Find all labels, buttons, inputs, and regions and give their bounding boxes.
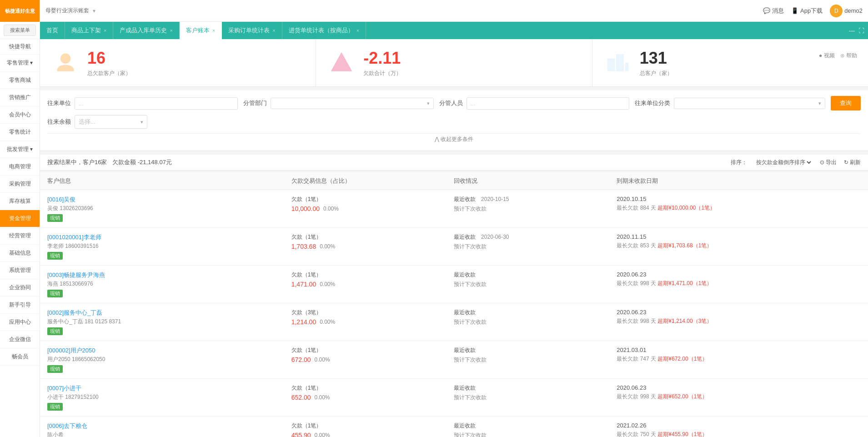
debt-amount[interactable]: 652.00 [291,394,311,401]
total-customers-label: 总客户（家） [640,70,812,77]
customer-info-cell: [0001020001]李老师 李老师 18600391516 现销 [47,233,291,260]
sidebar-item-ecommerce[interactable]: 电商管理 [0,158,40,176]
table-row: [0016]吴俊 吴俊 13026203696 现销 欠款（1笔） 10,000… [40,190,868,228]
tab-minimize-icon[interactable]: — [849,27,855,34]
customer-tag: 现销 [47,403,63,411]
tab-home[interactable]: 首页 [40,22,65,39]
next-payment: 预计下次收款 [454,205,617,213]
overdue-link[interactable]: 超期¥1,471.00（1笔） [657,280,712,286]
sidebar-item-enterprise[interactable]: 企业协同 [0,279,40,296]
sidebar-item-warehouse[interactable]: 库存核算 [0,193,40,210]
results-text: 搜索结果中，客户16家 欠款金额 -21,148.07元 [47,158,172,166]
customer-name[interactable]: [0002]服务中心_丁磊 [47,309,291,317]
sidebar-item-wechat[interactable]: 企业微信 [0,331,40,348]
overdue-link[interactable]: 超期¥652.00（1笔） [657,393,707,400]
overdue-link[interactable]: 超期¥1,214.00（3笔） [657,318,712,324]
overdue-link[interactable]: 超期¥1,703.68（1笔） [657,242,712,249]
quick-nav-button[interactable]: 快捷导航 [0,39,40,55]
payment-status-cell: 最近收款 预计下次收款 [454,422,617,437]
store-dropdown-icon[interactable]: ▾ [93,8,95,14]
sidebar-item-retail-store[interactable]: 零售商城 [0,72,40,89]
overdue-link[interactable]: 超期¥10,000.00（1笔） [657,205,715,211]
sidebar-item-purchase-mgmt[interactable]: 采购管理 [0,176,40,193]
debt-amount[interactable]: 1,471.00 [291,281,316,288]
sidebar-item-basic-info[interactable]: 基础信息 [0,245,40,262]
sidebar-item-finance[interactable]: 资金管理 [0,210,40,227]
table-row: [0001020001]李老师 李老师 18600391516 现销 欠款（1笔… [40,228,868,266]
customer-name[interactable]: [0003]畅捷服务尹海燕 [47,271,291,279]
sidebar-item-retail-mgmt[interactable]: 零售管理 ▾ [0,55,40,72]
tab-expand-icon[interactable]: ⛶ [858,27,864,34]
sidebar-item-member[interactable]: 会员中心 [0,106,40,124]
svg-rect-2 [616,54,624,71]
customer-name[interactable]: [0001020001]李老师 [47,233,291,241]
customer-tag: 现销 [47,327,63,335]
overdue-link[interactable]: 超期¥672.00（1笔） [657,356,707,362]
tab-label-purchase-order: 采购订单统计表 [228,26,270,35]
debt-amount[interactable]: 672.00 [291,356,311,363]
dept-select[interactable]: ▾ [271,98,434,109]
person-label: 分管人员 [439,99,463,107]
due-date: 2020.06.23 [617,271,861,278]
sidebar-item-guide[interactable]: 新手引导 [0,296,40,314]
category-select[interactable]: ▾ [674,98,825,109]
payment-status-cell: 最近收款 2020-10-15 预计下次收款 [454,196,617,213]
tab-close-product-history[interactable]: × [170,28,172,33]
person-input[interactable]: ... [467,97,630,110]
sidebar-item-app-center[interactable]: 应用中心 [0,314,40,331]
sidebar-item-retail-stats[interactable]: 零售统计 [0,124,40,141]
overdue-link[interactable]: 超期¥455.90（1笔） [657,431,707,437]
search-menu-button[interactable]: 搜索菜单 [4,25,36,36]
payment-status-cell: 最近收款 2020-06-30 预计下次收款 [454,233,617,251]
table-header-row: 客户信息 欠款交易信息（占比） 回收情况 到期未收款日期 [40,172,868,190]
customer-info-cell: [0006]去下粮仓 陈小希 现销 [47,422,291,437]
tab-product-toggle[interactable]: 商品上下架× [65,22,113,39]
stats-row: 16 总欠款客户（家） -2.11 欠款合计（万） 131 [40,39,868,87]
tab-close-product-toggle[interactable]: × [104,28,106,33]
tab-customer-account[interactable]: 客户账本× [180,22,222,39]
tab-close-purchase-order[interactable]: × [272,28,275,33]
debt-amount[interactable]: 455.90 [291,432,311,437]
source-unit-input[interactable]: ... [75,97,238,110]
collapse-button[interactable]: ⋀ 收起更多条件 [47,133,861,145]
tab-close-import-stats[interactable]: × [356,28,359,33]
refresh-button[interactable]: ↻ 刷新 [844,159,861,166]
tab-purchase-order[interactable]: 采购订单统计表× [222,22,282,39]
tab-product-history[interactable]: 产成品入库单历史× [113,22,179,39]
customer-name[interactable]: [0007]小进干 [47,384,291,392]
sidebar-item-member-plus[interactable]: 畅会员 [0,348,40,366]
video-link[interactable]: ● 视频 [819,52,835,60]
next-payment: 预计下次收款 [454,281,617,288]
due-date: 2020.06.23 [617,384,861,391]
tab-import-stats[interactable]: 进货单统计表（按商品）× [282,22,366,39]
sidebar-item-system[interactable]: 系统管理 [0,262,40,279]
sidebar-item-batch-mgmt[interactable]: 批发管理 ▾ [0,141,40,158]
debt-amount[interactable]: 1,214.00 [291,318,316,326]
debt-percent: 0.00% [315,357,330,363]
app-download-button[interactable]: 📱 App下载 [791,7,823,15]
sidebar-item-marketing[interactable]: 营销推广 [0,89,40,106]
balance-select[interactable]: 选择... ▾ [75,115,147,129]
query-button[interactable]: 查询 [831,96,861,111]
customer-name[interactable]: [000002]用户2050 [47,347,291,355]
dept-dropdown-icon: ▾ [427,100,430,106]
sort-select[interactable]: 按欠款金额倒序排序 [754,159,813,166]
debt-amount[interactable]: 10,000.00 [291,205,320,212]
total-customers-icon [603,48,632,77]
customer-name[interactable]: [0006]去下粮仓 [47,422,291,430]
help-link[interactable]: ⊙ 帮助 [840,52,857,60]
user-avatar[interactable]: D demo2 [830,5,863,17]
debt-percent: 0.00% [320,281,335,287]
source-unit-label: 往来单位 [47,99,71,107]
debt-amount[interactable]: 1,703.68 [291,243,316,250]
due-date: 2020.10.15 [617,196,861,202]
customer-name[interactable]: [0016]吴俊 [47,196,291,204]
export-button[interactable]: ⊙ 导出 [820,159,837,166]
customer-info-cell: [0003]畅捷服务尹海燕 海燕 18513066976 现销 [47,271,291,297]
tab-close-customer-account[interactable]: × [212,28,215,33]
debt-info-cell: 欠款（1笔） 1,703.68 0.00% [291,233,454,250]
sidebar-item-operations[interactable]: 经营管理 [0,227,40,245]
customer-info-cell: [0016]吴俊 吴俊 13026203696 现销 [47,196,291,222]
message-button[interactable]: 💬 消息 [763,7,784,15]
payment-status-cell: 最近收款 预计下次收款 [454,271,617,288]
